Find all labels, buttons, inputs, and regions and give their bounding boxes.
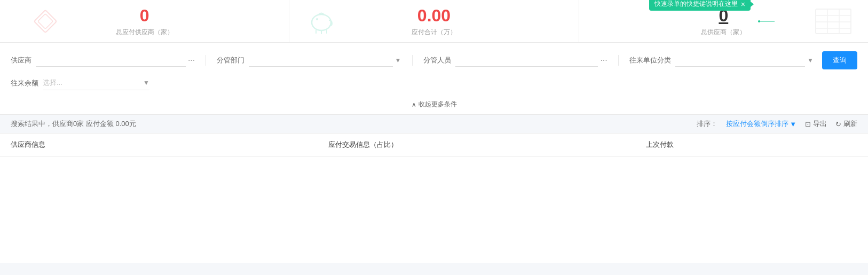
stat-label-payable-total: 应付合计（万） xyxy=(412,28,456,37)
table-header: 供应商信息 应付交易信息（占比） 上次付款 xyxy=(0,133,868,156)
table-col-supplier-info: 供应商信息 xyxy=(11,140,328,150)
filter-balance-placeholder: 选择... xyxy=(43,78,141,88)
manager-input[interactable] xyxy=(455,54,598,67)
filter-supplier-label: 供应商 xyxy=(11,56,31,65)
stat-label-payable-suppliers: 总应付供应商（家） xyxy=(116,28,173,37)
diamond-icon xyxy=(32,8,59,35)
svg-rect-5 xyxy=(816,9,851,34)
svg-rect-4 xyxy=(320,13,323,15)
export-button[interactable]: ⊡ 导出 xyxy=(805,119,827,129)
results-info: 搜索结果中，供应商0家 应付金额 0.00元 xyxy=(11,119,136,129)
stat-number-payable-suppliers: 0 xyxy=(140,5,149,26)
sort-select[interactable]: 按应付会额倒序排序 ▼ xyxy=(726,119,796,129)
refresh-label: 刷新 xyxy=(843,119,857,129)
filter-balance-label: 往来余额 xyxy=(11,78,38,88)
table-col-payable-info: 应付交易信息（占比） xyxy=(328,140,646,150)
piggy-icon xyxy=(305,5,337,37)
filter-supplier: 供应商 ··· xyxy=(11,54,195,67)
dept-arrow-icon[interactable]: ▼ xyxy=(395,57,401,64)
stat-total-suppliers: 快速录单的快捷键说明在这里 × 0 总供应商（家） xyxy=(579,0,868,42)
collapse-arrow-icon: ∧ xyxy=(412,101,416,108)
export-icon: ⊡ xyxy=(805,120,811,128)
supplier-more-icon[interactable]: ··· xyxy=(188,56,195,65)
unit-category-arrow-icon[interactable]: ▼ xyxy=(807,57,814,64)
stat-number-payable-total: 0.00 xyxy=(417,5,451,26)
filter-dept-label: 分管部门 xyxy=(217,56,244,65)
collapse-label: 收起更多条件 xyxy=(419,100,457,109)
table-body xyxy=(0,156,868,263)
filter-row-1: 供应商 ··· 分管部门 ▼ 分管人员 ··· 往来单位分类 ▼ 查询 xyxy=(11,51,857,69)
balance-arrow-icon[interactable]: ▼ xyxy=(143,79,149,87)
svg-rect-0 xyxy=(34,10,57,32)
filter-manager: 分管人员 ··· xyxy=(423,54,607,67)
divider-2 xyxy=(412,55,413,66)
divider-3 xyxy=(618,55,619,66)
stats-bar: 0 总应付供应商（家） 0.00 应付合计（万） 快速录单的快捷键说明在这里 × xyxy=(0,0,868,43)
tooltip-bubble: 快速录单的快捷键说明在这里 × xyxy=(649,0,751,11)
supplier-input[interactable] xyxy=(36,54,186,67)
filter-balance-select-wrap[interactable]: 选择... ▼ xyxy=(43,76,149,90)
filter-unit-category-label: 往来单位分类 xyxy=(629,56,671,65)
table: 供应商信息 应付交易信息（占比） 上次付款 xyxy=(0,133,868,263)
table-col-last-payment: 上次付款 xyxy=(646,140,858,150)
filter-dept: 分管部门 ▼ xyxy=(217,54,401,67)
filter-unit-category: 往来单位分类 ▼ xyxy=(629,54,814,67)
export-label: 导出 xyxy=(813,119,827,129)
filters-area: 供应商 ··· 分管部门 ▼ 分管人员 ··· 往来单位分类 ▼ 查询 xyxy=(0,43,868,115)
results-actions: 排序： 按应付会额倒序排序 ▼ ⊡ 导出 ↻ 刷新 xyxy=(697,119,857,129)
sort-arrow-icon: ▼ xyxy=(790,120,796,128)
refresh-button[interactable]: ↻ 刷新 xyxy=(835,119,857,129)
svg-point-2 xyxy=(312,14,331,30)
sort-label: 排序： xyxy=(697,119,717,129)
results-bar: 搜索结果中，供应商0家 应付金额 0.00元 排序： 按应付会额倒序排序 ▼ ⊡… xyxy=(0,115,868,133)
tooltip-line xyxy=(759,21,775,21)
table-bg-icon xyxy=(815,8,852,35)
divider-1 xyxy=(206,55,206,66)
filter-row-2: 往来余额 选择... ▼ xyxy=(11,76,857,90)
collapse-button[interactable]: ∧ 收起更多条件 xyxy=(11,97,857,112)
manager-more-icon[interactable]: ··· xyxy=(600,56,607,65)
tooltip-text: 快速录单的快捷键说明在这里 xyxy=(654,0,738,9)
query-button[interactable]: 查询 xyxy=(822,51,857,69)
stat-payable-total: 0.00 应付合计（万） xyxy=(289,0,579,42)
svg-point-3 xyxy=(316,18,318,20)
stat-total-payable-suppliers: 0 总应付供应商（家） xyxy=(0,0,289,42)
refresh-icon: ↻ xyxy=(835,120,841,128)
stat-label-total-suppliers: 总供应商（家） xyxy=(701,28,746,37)
dept-input[interactable] xyxy=(249,54,392,67)
unit-category-input[interactable] xyxy=(675,54,805,67)
tooltip-close-icon[interactable]: × xyxy=(741,1,745,8)
filter-manager-label: 分管人员 xyxy=(423,56,451,65)
sort-value: 按应付会额倒序排序 xyxy=(726,119,788,129)
